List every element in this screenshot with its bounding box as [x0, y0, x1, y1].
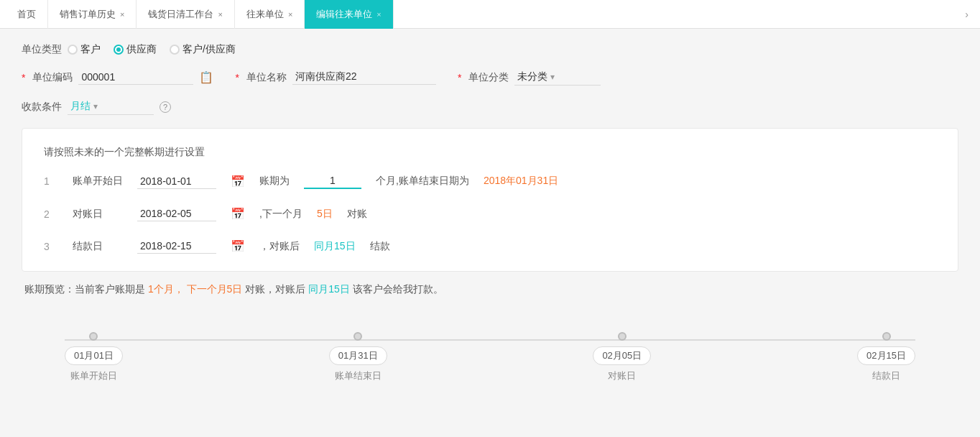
payment-condition-value: 月结 [70, 100, 91, 113]
tabs-bar: 首页 销售订单历史 × 钱货日清工作台 × 往来单位 × 编辑往来单位 × › [0, 0, 980, 29]
payment-condition-arrow: ▾ [93, 101, 98, 111]
unit-code-input[interactable] [78, 70, 193, 85]
period-desc-before-1: 账期为 [259, 175, 290, 188]
timeline-points: 01月01日 账单开始日 01月31日 账单结束日 02月05日 对账日 02月… [65, 332, 915, 382]
period-desc-before-2: ,下一个月 [259, 208, 302, 221]
unit-category-label: 单位分类 [468, 71, 509, 84]
period-desc-after-3: 结款 [370, 240, 390, 253]
period-row-3: 3 结款日 📅 ，对账后 同月15日 结款 [44, 239, 936, 254]
period-date-1[interactable] [137, 174, 216, 189]
period-day-highlight-2: 5日 [317, 208, 333, 221]
payment-condition-label: 收款条件 [22, 101, 62, 114]
timeline-point-3: 02月15日 结款日 [857, 332, 915, 382]
timeline-label-1: 账单结束日 [335, 369, 382, 382]
timeline-date-0: 01月01日 [65, 346, 123, 365]
period-num-2: 2 [44, 208, 58, 220]
timeline-dot-3 [882, 332, 891, 341]
timeline-dot-0 [89, 332, 98, 341]
timeline-label-0: 账单开始日 [70, 369, 117, 382]
period-date-3[interactable] [137, 239, 216, 254]
period-row-1: 1 账单开始日 📅 账期为 个月,账单结束日期为 2018年01月31日 [44, 173, 936, 189]
radio-customer[interactable]: 客户 [68, 43, 101, 56]
period-num-1: 1 [44, 175, 58, 187]
unit-category-field: * 单位分类 未分类 ▾ [458, 69, 601, 86]
timeline-date-3: 02月15日 [857, 346, 915, 365]
period-label-2: 对账日 [73, 208, 123, 221]
radio-circle-supplier [114, 45, 124, 55]
unit-type-field: 单位类型 客户 供应商 客户/供应商 [22, 43, 236, 56]
period-label-3: 结款日 [73, 240, 123, 253]
payment-condition-help[interactable]: ? [160, 101, 171, 113]
timeline-date-1: 01月31日 [329, 346, 387, 365]
unit-name-field: * 单位名称 [235, 70, 435, 85]
period-calendar-1[interactable]: 📅 [231, 175, 245, 188]
radio-group-unit-type: 客户 供应商 客户/供应商 [68, 43, 236, 56]
radio-both[interactable]: 客户/供应商 [170, 43, 236, 56]
period-title: 请按照未来的一个完整帐期进行设置 [44, 146, 936, 159]
period-months-input[interactable] [304, 173, 361, 189]
radio-supplier[interactable]: 供应商 [114, 43, 157, 56]
period-end-date: 2018年01月31日 [484, 175, 558, 188]
unit-code-icon[interactable]: 📋 [199, 70, 213, 84]
preview-text: 账期预览：当前客户账期是 1个月， 下一个月5日 对账，对账后 同月15日 该客… [22, 283, 958, 296]
timeline-dot-1 [353, 332, 362, 341]
timeline-label-3: 结款日 [872, 369, 900, 382]
timeline-date-2: 02月05日 [593, 346, 651, 365]
preview-part1: 1个月， [148, 283, 184, 295]
period-box: 请按照未来的一个完整帐期进行设置 1 账单开始日 📅 账期为 个月,账单结束日期… [22, 128, 958, 272]
unit-category-arrow: ▾ [550, 72, 555, 82]
tab-sales-history[interactable]: 销售订单历史 × [48, 0, 137, 29]
period-desc-before-3: ，对账后 [259, 240, 300, 253]
period-calendar-3[interactable]: 📅 [231, 239, 245, 253]
period-day-highlight-3: 同月15日 [314, 240, 356, 253]
radio-circle-customer [68, 45, 78, 55]
tab-partner[interactable]: 往来单位 × [235, 0, 305, 29]
unit-category-select[interactable]: 未分类 ▾ [514, 69, 601, 86]
unit-type-row: 单位类型 客户 供应商 客户/供应商 [22, 43, 958, 56]
period-num-3: 3 [44, 241, 58, 252]
tab-edit-partner[interactable]: 编辑往来单位 × [305, 0, 393, 29]
unit-name-input[interactable] [292, 70, 436, 85]
period-desc-after-1: 个月,账单结束日期为 [376, 175, 469, 188]
tab-home[interactable]: 首页 [6, 0, 48, 29]
timeline-point-2: 02月05日 对账日 [593, 332, 651, 382]
period-desc-after-2: 对账 [347, 208, 367, 221]
preview-part4: 同月15日 [308, 283, 350, 295]
tab-close-sales-history[interactable]: × [120, 10, 124, 19]
timeline-dot-2 [618, 332, 627, 341]
tab-close-edit-partner[interactable]: × [376, 10, 381, 19]
preview-part2: 下一个月5日 [187, 283, 243, 295]
preview-part3: 对账，对账后 [245, 283, 305, 295]
radio-circle-both [170, 45, 180, 55]
unit-code-label: 单位编码 [32, 71, 73, 84]
period-row-2: 2 对账日 📅 ,下一个月 5日 对账 [44, 206, 936, 221]
tab-close-partner[interactable]: × [288, 10, 292, 19]
unit-type-label: 单位类型 [22, 43, 62, 56]
period-label-1: 账单开始日 [73, 175, 123, 188]
unit-code-field: * 单位编码 📋 [22, 70, 213, 85]
preview-label: 账期预览：当前客户账期是 [24, 283, 145, 295]
code-name-category-row: * 单位编码 📋 * 单位名称 * 单位分类 未分类 ▾ [22, 69, 958, 86]
main-content: 单位类型 客户 供应商 客户/供应商 * 单位编码 [0, 29, 980, 437]
payment-condition-row: 收款条件 月结 ▾ ? [22, 98, 958, 115]
tab-close-cash-work[interactable]: × [218, 10, 222, 19]
timeline: 01月01日 账单开始日 01月31日 账单结束日 02月05日 对账日 02月… [22, 318, 958, 404]
tabs-chevron[interactable]: › [959, 9, 974, 20]
payment-condition-field: 收款条件 月结 ▾ ? [22, 98, 171, 115]
payment-condition-select[interactable]: 月结 ▾ [68, 98, 154, 115]
timeline-label-2: 对账日 [608, 369, 636, 382]
timeline-point-1: 01月31日 账单结束日 [329, 332, 387, 382]
tab-cash-work[interactable]: 钱货日清工作台 × [137, 0, 234, 29]
unit-name-label: 单位名称 [246, 71, 287, 84]
unit-category-value: 未分类 [517, 70, 547, 83]
timeline-point-0: 01月01日 账单开始日 [65, 332, 123, 382]
period-date-2[interactable] [137, 206, 216, 221]
period-calendar-2[interactable]: 📅 [231, 207, 245, 221]
preview-part5: 该客户会给我打款。 [353, 283, 443, 295]
